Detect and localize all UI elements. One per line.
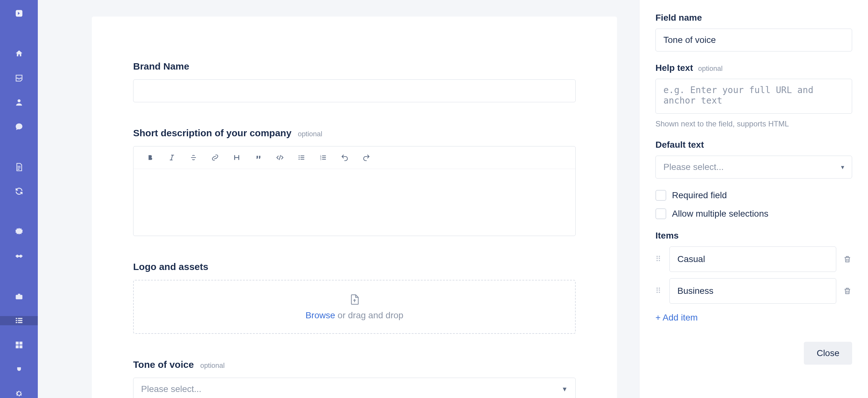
default-text-placeholder: Please select...: [663, 162, 724, 172]
ordered-list-icon[interactable]: 123: [318, 152, 329, 163]
svg-rect-5: [16, 320, 17, 322]
drag-handle-icon[interactable]: ⠿: [655, 255, 663, 264]
tone-select[interactable]: Please select... ▼: [133, 378, 576, 398]
multiple-label: Allow multiple selections: [672, 209, 768, 219]
items-label: Items: [655, 231, 852, 241]
trash-icon[interactable]: [843, 254, 852, 264]
upload-area[interactable]: Browse or drag and drop: [133, 280, 576, 334]
svg-rect-20: [322, 156, 326, 156]
help-text-group: Help text optional Shown next to the fie…: [655, 63, 852, 128]
upload-text: Browse or drag and drop: [305, 310, 403, 320]
file-icon[interactable]: [12, 163, 26, 172]
checkbox-group: Required field Allow multiple selections: [655, 190, 852, 219]
description-body[interactable]: [133, 169, 576, 236]
svg-point-13: [299, 155, 300, 156]
checkbox-box-icon: [655, 208, 666, 219]
drag-handle-icon[interactable]: ⠿: [655, 286, 663, 296]
item-input[interactable]: [670, 246, 836, 272]
required-label: Required field: [672, 190, 727, 201]
heading-icon[interactable]: [231, 152, 242, 163]
items-group: Items ⠿ ⠿ + Add item: [655, 231, 852, 323]
field-name-group: Field name: [655, 13, 852, 52]
briefcase-icon[interactable]: [12, 292, 26, 301]
field-name-label: Field name: [655, 13, 852, 23]
badge-icon[interactable]: [12, 227, 26, 236]
checkbox-box-icon: [655, 190, 666, 201]
user-icon[interactable]: [12, 98, 26, 107]
browse-link[interactable]: Browse: [305, 310, 335, 320]
svg-rect-24: [322, 159, 326, 159]
svg-rect-2: [16, 295, 22, 299]
svg-rect-6: [18, 320, 22, 322]
quote-icon[interactable]: [253, 152, 264, 163]
svg-rect-10: [20, 341, 22, 344]
close-row: Close: [655, 342, 852, 365]
help-text-label: Help text optional: [655, 63, 852, 73]
brand-name-input[interactable]: [133, 80, 576, 102]
bold-icon[interactable]: [145, 152, 156, 163]
list-icon[interactable]: [0, 316, 38, 325]
items-row: ⠿: [655, 278, 852, 304]
form-card: Brand Name Short description of your com…: [92, 17, 617, 398]
svg-rect-14: [301, 156, 304, 156]
main-area: Brand Name Short description of your com…: [38, 0, 868, 398]
tone-select-placeholder: Please select...: [141, 384, 202, 394]
form-wrap: Brand Name Short description of your com…: [38, 0, 639, 398]
required-checkbox[interactable]: Required field: [655, 190, 852, 201]
code-icon[interactable]: [275, 152, 285, 163]
tone-optional: optional: [200, 362, 225, 370]
chevron-down-icon: ▼: [561, 386, 568, 393]
brand-name-group: Brand Name: [133, 61, 576, 102]
refresh-icon[interactable]: [12, 187, 26, 196]
svg-rect-16: [301, 157, 304, 158]
link-icon[interactable]: [210, 152, 220, 163]
svg-rect-12: [20, 345, 22, 348]
svg-point-1: [18, 99, 20, 102]
default-text-select[interactable]: Please select... ▾: [655, 156, 852, 179]
chat-icon[interactable]: [12, 122, 26, 131]
svg-rect-4: [18, 318, 22, 319]
svg-rect-11: [16, 345, 19, 348]
grid-icon[interactable]: [12, 340, 26, 349]
upload-file-icon: [348, 293, 361, 306]
chevron-down-icon: ▾: [841, 163, 844, 171]
assets-label: Logo and assets: [133, 262, 576, 272]
description-optional: optional: [298, 130, 322, 138]
arrow-right-box-icon[interactable]: [12, 9, 26, 18]
multiple-checkbox[interactable]: Allow multiple selections: [655, 208, 852, 219]
svg-rect-3: [16, 318, 17, 319]
svg-rect-22: [322, 157, 326, 158]
plug-icon[interactable]: [12, 365, 26, 373]
close-button[interactable]: Close: [804, 342, 852, 365]
field-name-input[interactable]: [655, 29, 852, 52]
brand-name-label: Brand Name: [133, 61, 576, 72]
gear-icon[interactable]: [12, 389, 26, 398]
inbox-icon[interactable]: [12, 74, 26, 83]
svg-rect-7: [16, 322, 17, 324]
description-label: Short description of your company option…: [133, 128, 576, 139]
sidebar: [0, 0, 38, 398]
redo-icon[interactable]: [361, 152, 372, 163]
default-text-group: Default text Please select... ▾: [655, 140, 852, 179]
handshake-icon[interactable]: [12, 251, 26, 261]
help-text-input[interactable]: [655, 79, 852, 114]
description-label-text: Short description of your company: [133, 128, 291, 139]
description-editor: 123: [133, 146, 576, 236]
drag-text: or drag and drop: [335, 310, 403, 320]
trash-icon[interactable]: [843, 286, 852, 296]
bullet-list-icon[interactable]: [296, 152, 307, 163]
add-item-link[interactable]: + Add item: [655, 312, 698, 323]
help-text-optional: optional: [698, 64, 722, 73]
default-text-label: Default text: [655, 140, 852, 150]
home-icon[interactable]: [12, 49, 26, 58]
svg-rect-9: [16, 341, 19, 344]
editor-toolbar: 123: [133, 147, 576, 169]
strikethrough-icon[interactable]: [188, 152, 199, 163]
tone-label-text: Tone of voice: [133, 359, 194, 370]
description-group: Short description of your company option…: [133, 128, 576, 236]
svg-point-17: [299, 159, 300, 160]
italic-icon[interactable]: [166, 152, 177, 163]
tone-group: Tone of voice optional Please select... …: [133, 359, 576, 398]
item-input[interactable]: [670, 278, 836, 304]
undo-icon[interactable]: [339, 152, 350, 163]
